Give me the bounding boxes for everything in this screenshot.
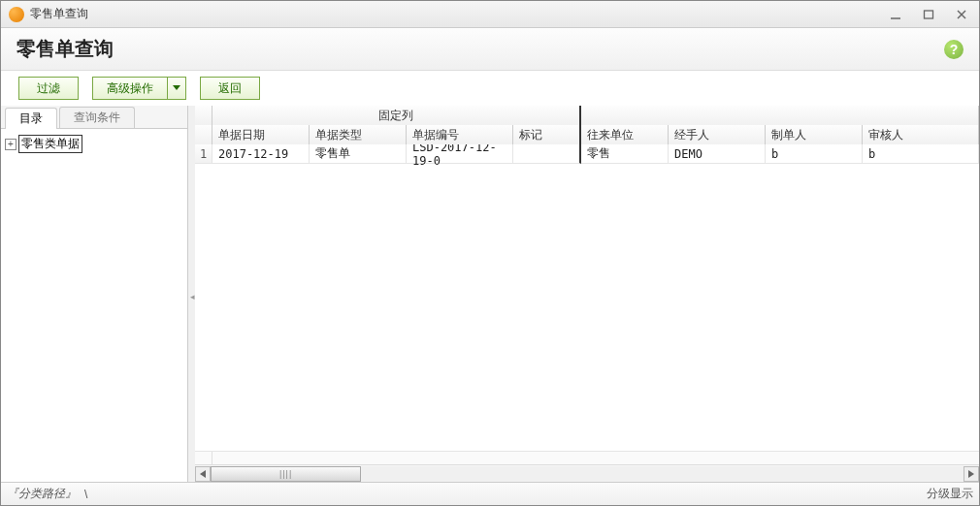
- close-button[interactable]: [952, 7, 971, 22]
- status-bar: 『分类路径』 \ 分级显示: [1, 482, 979, 505]
- catalog-tree: + 零售类单据: [1, 129, 187, 482]
- scroll-thumb[interactable]: ||||: [211, 466, 361, 482]
- cell-party: 零售: [581, 144, 669, 164]
- back-button[interactable]: 返回: [200, 77, 260, 100]
- grid-corner: [195, 106, 212, 125]
- col-header-type[interactable]: 单据类型: [310, 125, 407, 144]
- cell-auditor: b: [863, 144, 979, 164]
- tree-item[interactable]: + 零售类单据: [5, 135, 183, 153]
- page-title: 零售单查询: [16, 36, 114, 62]
- toolbar: 过滤 高级操作 返回: [1, 71, 979, 106]
- cell-maker: b: [766, 144, 863, 164]
- window-title: 零售单查询: [30, 6, 886, 22]
- horizontal-scrollbar: ||||: [195, 464, 979, 482]
- tab-catalog[interactable]: 目录: [5, 108, 57, 129]
- scroll-left-button[interactable]: [195, 466, 211, 482]
- page-header: 零售单查询 ?: [1, 28, 979, 71]
- back-button-label: 返回: [218, 80, 242, 97]
- cell-mark: [513, 144, 581, 164]
- status-path-value: \: [84, 488, 87, 501]
- tab-catalog-label: 目录: [19, 111, 43, 127]
- col-header-maker[interactable]: 制单人: [766, 125, 863, 144]
- grid: 固定列 单据日期 单据类型 单据编号 标记 往来单位 经手人 制单人 审核人 1…: [195, 106, 979, 482]
- advanced-button[interactable]: 高级操作: [92, 77, 186, 100]
- cell-type: 零售单: [310, 144, 407, 164]
- content-area: 目录 查询条件 + 零售类单据 ◂ 固定列 单据日期 单据类型 单据编号 标记 …: [1, 106, 979, 482]
- svg-marker-6: [968, 470, 974, 478]
- grid-body: 1 2017-12-19 零售单 LSD-2017-12-19-0 零售 DEM…: [195, 144, 979, 451]
- grid-footer-strip: [195, 451, 979, 464]
- cell-handler: DEMO: [669, 144, 766, 164]
- filter-button[interactable]: 过滤: [18, 77, 79, 100]
- panel-splitter[interactable]: ◂: [188, 106, 195, 482]
- advanced-button-dropdown[interactable]: [168, 85, 185, 91]
- chevron-down-icon: [173, 85, 180, 91]
- svg-rect-1: [925, 11, 933, 18]
- advanced-button-main[interactable]: 高级操作: [93, 78, 168, 99]
- plus-icon[interactable]: +: [5, 139, 16, 150]
- col-header-party[interactable]: 往来单位: [581, 125, 669, 144]
- svg-marker-4: [173, 85, 180, 90]
- level-display-button[interactable]: 分级显示: [927, 486, 973, 502]
- minimize-button[interactable]: [886, 7, 905, 22]
- col-header-date[interactable]: 单据日期: [212, 125, 310, 144]
- left-panel: 目录 查询条件 + 零售类单据: [1, 106, 188, 482]
- app-icon: [9, 7, 24, 22]
- tab-conditions[interactable]: 查询条件: [59, 107, 135, 128]
- title-bar: 零售单查询: [1, 1, 979, 28]
- col-header-number[interactable]: 单据编号: [407, 125, 513, 144]
- maximize-button[interactable]: [919, 7, 938, 22]
- col-header-handler[interactable]: 经手人: [669, 125, 766, 144]
- column-group-fixed: 固定列: [212, 106, 581, 125]
- filter-button-label: 过滤: [37, 80, 60, 97]
- scroll-right-button[interactable]: [964, 466, 979, 482]
- cell-number: LSD-2017-12-19-0: [407, 144, 513, 164]
- advanced-button-label: 高级操作: [107, 80, 153, 97]
- left-panel-tabs: 目录 查询条件: [1, 106, 187, 129]
- col-header-rownum[interactable]: [195, 125, 212, 144]
- table-row[interactable]: 1 2017-12-19 零售单 LSD-2017-12-19-0 零售 DEM…: [195, 144, 979, 164]
- grid-group-row: 固定列: [195, 106, 979, 125]
- tab-conditions-label: 查询条件: [74, 110, 120, 126]
- window-controls: [886, 7, 971, 22]
- status-path-label: 『分类路径』: [7, 486, 77, 502]
- scroll-track[interactable]: ||||: [211, 466, 964, 482]
- col-header-mark[interactable]: 标记: [513, 125, 581, 144]
- column-group-scroll: [581, 106, 979, 125]
- help-icon[interactable]: ?: [944, 40, 964, 59]
- cell-rownum: 1: [195, 144, 212, 164]
- grid-header-row: 单据日期 单据类型 单据编号 标记 往来单位 经手人 制单人 审核人: [195, 125, 979, 144]
- tree-root-label: 零售类单据: [18, 135, 82, 153]
- cell-date: 2017-12-19: [212, 144, 310, 164]
- svg-marker-5: [200, 470, 206, 478]
- col-header-auditor[interactable]: 审核人: [863, 125, 979, 144]
